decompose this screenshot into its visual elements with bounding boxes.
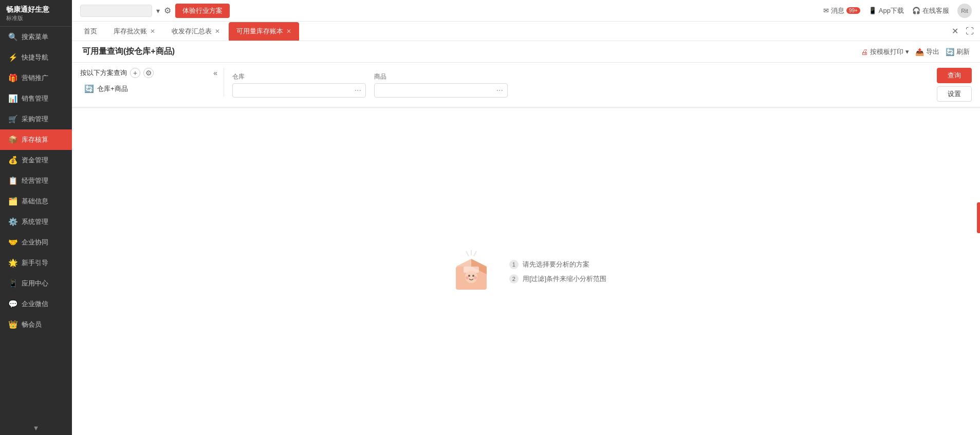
goods-more-btn[interactable]: ··· xyxy=(496,86,503,95)
page-header: 可用量查询(按仓库+商品) 🖨 按模板打印 ▾ 📤 导出 🔄 刷新 xyxy=(72,41,980,63)
collapse-filter-btn[interactable]: « xyxy=(213,69,217,77)
folder-icon: 🗂️ xyxy=(8,197,17,206)
empty-hint-text: 1 请先选择要分析的方案 2 用[过滤]条件来缩小分析范围 xyxy=(509,260,606,283)
tab-close-available-inventory[interactable]: ✕ xyxy=(286,28,291,34)
tab-batch-ledger[interactable]: 库存批次账 ✕ xyxy=(106,22,163,41)
filter-field-warehouse: 仓库 ··· xyxy=(232,72,366,98)
filter-panel: 按以下方案查询 + ⚙ « 🔄 仓库+商品 仓库 ··· xyxy=(72,63,980,107)
page-header-actions: 🖨 按模板打印 ▾ 📤 导出 🔄 刷新 xyxy=(861,47,970,56)
export-btn[interactable]: 📤 导出 xyxy=(915,47,939,56)
tab-close-btn[interactable]: ✕ xyxy=(950,24,960,38)
svg-point-6 xyxy=(472,275,474,277)
sidebar-item-marketing[interactable]: 🎁 营销推广 xyxy=(0,68,72,88)
cart-icon: 🛒 xyxy=(8,115,17,124)
tab-home[interactable]: 首页 xyxy=(76,22,105,41)
page-content: 可用量查询(按仓库+商品) 🖨 按模板打印 ▾ 📤 导出 🔄 刷新 xyxy=(72,41,980,435)
topbar-dropdown-btn[interactable]: ▾ xyxy=(156,7,160,15)
sidebar-nav: 🔍 搜索菜单 ⚡ 快捷导航 🎁 营销推广 📊 销售管理 🛒 采购管理 📦 库存核… xyxy=(0,27,72,421)
tab-expand-btn[interactable]: ⛶ xyxy=(964,24,976,38)
gear-icon: ⚙️ xyxy=(8,217,17,226)
app-download-label: App下载 xyxy=(879,6,904,15)
tab-available-inventory[interactable]: 可用量库存账本 ✕ xyxy=(229,22,299,41)
app-download-btn[interactable]: 📱 App下载 xyxy=(868,6,904,15)
goods-input[interactable] xyxy=(379,86,494,94)
sidebar-item-app-center[interactable]: 📱 应用中心 xyxy=(0,273,72,294)
scheme-warehouse-goods[interactable]: 🔄 仓库+商品 xyxy=(80,81,217,97)
filter-scheme-panel: 按以下方案查询 + ⚙ « 🔄 仓库+商品 xyxy=(80,68,224,97)
filter-scheme-header: 按以下方案查询 + ⚙ « xyxy=(80,68,217,78)
step1-text: 请先选择要分析的方案 xyxy=(523,260,589,269)
service-icon: 🎧 xyxy=(912,7,920,14)
goods-label: 商品 xyxy=(374,72,508,81)
warehouse-more-btn[interactable]: ··· xyxy=(355,86,361,95)
box-icon: 📦 xyxy=(8,135,17,144)
message-label: 消息 xyxy=(831,6,844,15)
online-service-label: 在线客服 xyxy=(922,6,949,15)
sidebar-item-system[interactable]: ⚙️ 系统管理 xyxy=(0,212,72,232)
search-icon: 🔍 xyxy=(8,32,17,42)
empty-hint-step1: 1 请先选择要分析的方案 xyxy=(509,260,606,269)
tabs-actions: ✕ ⛶ xyxy=(950,24,976,38)
app-logo: 畅康通好生意 标准版 xyxy=(0,0,72,27)
tab-close-batch-ledger[interactable]: ✕ xyxy=(150,28,155,34)
sidebar-item-search[interactable]: 🔍 搜索菜单 xyxy=(0,27,72,47)
sidebar-item-inventory[interactable]: 📦 库存核算 xyxy=(0,129,72,150)
manage-scheme-btn[interactable]: ⚙ xyxy=(143,68,154,78)
topbar-gear-btn[interactable]: ⚙ xyxy=(164,6,171,15)
step1-num: 1 xyxy=(509,260,519,269)
clipboard-icon: 📋 xyxy=(8,176,17,185)
message-badge: 99+ xyxy=(846,7,860,14)
empty-svg xyxy=(446,246,497,297)
sidebar-scroll-down[interactable]: ▼ xyxy=(0,421,72,435)
svg-point-5 xyxy=(468,275,470,277)
message-btn[interactable]: ✉ 消息 99+ xyxy=(823,6,860,15)
sidebar-item-guide[interactable]: 🌟 新手引导 xyxy=(0,253,72,273)
sidebar-item-purchase[interactable]: 🛒 采购管理 xyxy=(0,109,72,129)
online-service-btn[interactable]: 🎧 在线客服 xyxy=(912,6,949,15)
svg-line-11 xyxy=(474,251,476,256)
step2-text: 用[过滤]条件来缩小分析范围 xyxy=(523,274,606,283)
sidebar-item-shortcut[interactable]: ⚡ 快捷导航 xyxy=(0,47,72,68)
topbar-search-input[interactable] xyxy=(80,5,152,17)
trial-btn[interactable]: 体验行业方案 xyxy=(175,4,230,18)
sidebar-item-member[interactable]: 👑 畅会员 xyxy=(0,314,72,335)
sidebar-item-enterprise[interactable]: 🤝 企业协同 xyxy=(0,232,72,253)
right-edge-indicator xyxy=(977,202,980,233)
warehouse-input[interactable] xyxy=(237,86,353,94)
tabs-bar: 首页 库存批次账 ✕ 收发存汇总表 ✕ 可用量库存账本 ✕ ✕ ⛶ xyxy=(72,22,980,41)
svg-point-8 xyxy=(474,276,477,279)
empty-state: 1 请先选择要分析的方案 2 用[过滤]条件来缩小分析范围 xyxy=(72,108,980,435)
tab-close-inventory-summary[interactable]: ✕ xyxy=(215,28,220,34)
sidebar-item-basic-info[interactable]: 🗂️ 基础信息 xyxy=(0,191,72,212)
topbar: ▾ ⚙ 体验行业方案 ✉ 消息 99+ 📱 App下载 🎧 在线客服 Rit xyxy=(72,0,980,22)
empty-hint-step2: 2 用[过滤]条件来缩小分析范围 xyxy=(509,274,606,283)
topbar-right-actions: ✉ 消息 99+ 📱 App下载 🎧 在线客服 Rit xyxy=(823,4,972,18)
settings-btn[interactable]: 设置 xyxy=(937,86,972,102)
svg-line-9 xyxy=(466,251,469,256)
sidebar-item-finance[interactable]: 💰 资金管理 xyxy=(0,150,72,171)
crown-icon: 👑 xyxy=(8,320,17,329)
app-edition: 标准版 xyxy=(6,14,66,22)
page-title: 可用量查询(按仓库+商品) xyxy=(82,46,175,57)
add-scheme-btn[interactable]: + xyxy=(130,68,140,78)
tab-inventory-summary[interactable]: 收发存汇总表 ✕ xyxy=(164,22,228,41)
gift-icon: 🎁 xyxy=(8,73,17,83)
sidebar-item-operations[interactable]: 📋 经营管理 xyxy=(0,171,72,191)
star-icon: 🌟 xyxy=(8,258,17,268)
print-btn[interactable]: 🖨 按模板打印 ▾ xyxy=(861,47,909,56)
mobile-icon: 📱 xyxy=(8,279,17,288)
refresh-btn[interactable]: 🔄 刷新 xyxy=(946,47,970,56)
export-icon: 📤 xyxy=(915,48,924,56)
download-icon: 📱 xyxy=(868,7,877,14)
filter-actions: 查询 设置 xyxy=(937,68,972,102)
query-btn[interactable]: 查询 xyxy=(937,68,972,83)
svg-point-7 xyxy=(466,276,469,279)
message-icon: ✉ xyxy=(823,7,829,14)
user-avatar[interactable]: Rit xyxy=(957,4,972,18)
sidebar-item-wechat[interactable]: 💬 企业微信 xyxy=(0,294,72,314)
scheme-icon: 🔄 xyxy=(84,84,94,93)
filter-field-goods: 商品 ··· xyxy=(374,72,508,98)
filter-fields: 仓库 ··· 商品 ··· 查询 设置 xyxy=(224,68,972,102)
sidebar-item-sales[interactable]: 📊 销售管理 xyxy=(0,88,72,109)
lightning-icon: ⚡ xyxy=(8,53,17,62)
